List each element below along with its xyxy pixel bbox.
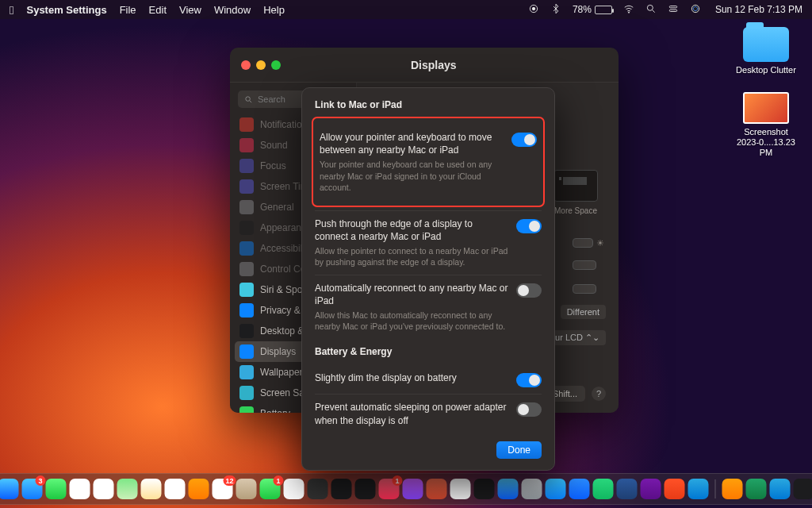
popup-section2-title: Battery & Energy [315,346,542,357]
dock-app-notes[interactable] [141,479,162,499]
dock-app-weather[interactable] [498,479,519,499]
sidebar-icon [239,365,254,379]
window-titlebar[interactable]: Displays [230,48,619,83]
dock-app-numbers[interactable] [593,479,614,499]
window-minimize-icon[interactable] [256,60,266,70]
apple-menu-icon[interactable]:  [10,3,13,17]
toggle[interactable] [516,402,542,417]
window-title: Displays [411,59,457,71]
popup-section1-title: Link to Mac or iPad [315,99,542,110]
refresh-selector[interactable]: Different [561,305,606,319]
dock-app-settings[interactable] [522,479,542,499]
badge: 1 [393,475,403,486]
battery-icon [595,6,612,14]
battery-status[interactable]: 78% [573,4,612,15]
dock-app-dictionary[interactable] [427,479,447,499]
dock-app-facetime[interactable]: 1 [260,479,281,499]
sidebar-icon [239,262,254,276]
sidebar-label: Wallpaper [260,367,303,378]
dock-app-messages[interactable] [46,479,67,499]
sidebar-icon [239,241,254,256]
dock-app-brave[interactable] [665,479,685,499]
dock-app-photos[interactable] [70,479,90,499]
dock-app-word[interactable] [617,479,638,499]
dock-app-mail[interactable]: 3 [22,479,43,499]
dock-app-screen-sharing[interactable] [794,479,813,499]
wifi-icon[interactable] [623,3,634,17]
sidebar-label: Battery [260,408,290,413]
sidebar-label: Displays [260,346,296,357]
popup-battery-row-0: Slightly dim the display on battery [315,365,542,394]
dock-app-maps[interactable] [117,479,138,499]
window-close-icon[interactable] [241,60,251,70]
sidebar-icon [239,406,254,413]
menu-view[interactable]: View [179,4,201,16]
badge: 3 [36,475,46,486]
dock-app-stocks[interactable] [474,479,495,499]
menu-edit[interactable]: Edit [149,4,167,16]
desktop-folder-label: Desktop Clutter [734,65,798,75]
app-menu[interactable]: System Settings [26,4,106,16]
dock-app-excel-doc[interactable] [746,479,767,499]
truetone-toggle-stub[interactable] [573,257,604,273]
dock-app-calculator[interactable] [308,479,328,499]
sidebar-icon [239,117,254,132]
menu-file[interactable]: File [120,4,136,16]
status-record-icon[interactable] [528,3,539,17]
popup-link-row-2: Automatically reconnect to any nearby Ma… [315,275,542,339]
dock-app-music[interactable]: 1 [379,479,400,499]
dock-app-calendar[interactable]: 12 [213,479,233,499]
siri-icon[interactable] [690,3,701,17]
sidebar-icon [239,179,254,194]
row-desc: Your pointer and keyboard can be used on… [320,159,504,193]
dock-app-contacts[interactable] [236,479,257,499]
desktop-folder[interactable]: Desktop Clutter [734,27,798,75]
clock[interactable]: Sun 12 Feb 7:13 PM [715,4,802,15]
dock-app-appstore[interactable] [546,479,566,499]
dock-app-freeform[interactable] [94,479,114,499]
popup-battery-row-1: Prevent automatic sleeping on power adap… [315,394,542,433]
toggle[interactable] [516,283,542,298]
dock-app-books[interactable] [189,479,209,499]
dock-app-voice-memos[interactable] [331,479,352,499]
menu-window[interactable]: Window [214,4,251,16]
brightness-slider-stub[interactable]: ☀ [573,235,604,251]
control-center-icon[interactable] [668,3,679,17]
toggle[interactable] [511,133,537,147]
dock-app-pages-doc[interactable] [722,479,743,499]
dock-app-home[interactable] [450,479,471,499]
auto-brightness-toggle-stub[interactable] [573,281,604,297]
dock-app-podcasts[interactable] [403,479,423,499]
sidebar-icon [239,283,254,297]
row-title: Slightly dim the display on battery [315,371,508,384]
bluetooth-icon[interactable] [550,3,561,17]
folder-icon [743,27,789,62]
toggle[interactable] [516,373,542,387]
row-desc: Allow this Mac to automatically reconnec… [315,310,508,332]
dock-app-vscode[interactable] [688,479,709,499]
dock-app-safari[interactable] [0,479,19,499]
badge: 12 [223,475,236,486]
highlighted-row: Allow your pointer and keyboard to move … [312,117,545,207]
chevron-updown-icon: ⌃⌄ [585,333,599,342]
toggle[interactable] [516,219,542,233]
dock-app-photobooth[interactable] [284,479,304,499]
dock-app-preview[interactable] [770,479,791,499]
badge: 1 [274,475,284,486]
spotlight-icon[interactable] [645,3,657,17]
dock-app-reminders[interactable] [165,479,186,499]
sidebar-icon [239,324,254,338]
dock-app-keynote[interactable] [569,479,590,499]
svg-rect-4 [669,6,676,7]
menu-help[interactable]: Help [263,4,285,16]
battery-percent: 78% [573,4,592,15]
done-button[interactable]: Done [496,441,542,459]
sidebar-icon [239,138,254,152]
resolution-thumb[interactable] [553,170,598,202]
dock-app-onenote[interactable] [641,479,661,499]
window-zoom-icon[interactable] [271,60,281,70]
svg-point-2 [628,12,629,13]
help-button[interactable]: ? [592,387,606,401]
dock-app-tv[interactable] [355,479,376,499]
desktop-screenshot[interactable]: Screenshot 2023-0....13.23 PM [734,92,798,159]
